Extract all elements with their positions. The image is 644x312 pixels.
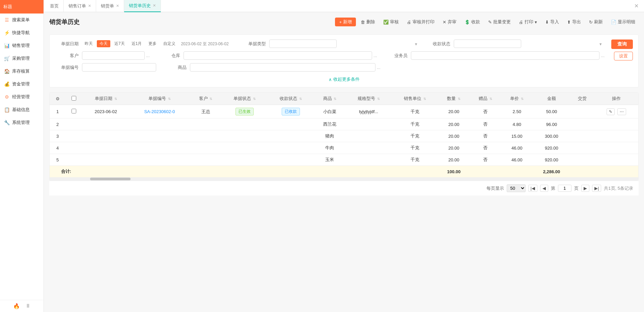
sidebar-item-quick-nav-label: 快捷导航 — [12, 30, 30, 36]
docno-input[interactable] — [82, 63, 156, 72]
tab-sales-doc-close[interactable]: ✕ — [116, 4, 119, 8]
per-page-select[interactable]: 50 100 200 — [507, 184, 526, 192]
display-icon: 📄 — [611, 20, 616, 25]
refresh-button[interactable]: ↻ 刷新 — [586, 18, 606, 26]
sort-customer-icon: ⇅ — [209, 97, 212, 101]
sidebar-pause-icon[interactable]: ⏸ — [25, 303, 31, 309]
print-button[interactable]: 🖨 打印 ▾ — [515, 18, 540, 26]
goods-input[interactable] — [190, 63, 375, 72]
cell-row-num-2: 2 — [50, 119, 65, 130]
date-pill-today[interactable]: 今天 — [97, 40, 110, 47]
cell-customer-1: 王总 — [190, 105, 221, 119]
sidebar-item-search-menu-label: 搜索菜单 — [12, 17, 30, 23]
cell-goods-2: 西兰花 — [314, 119, 345, 130]
doc-type-select[interactable] — [269, 40, 337, 48]
agent-dots[interactable]: ... — [601, 53, 605, 58]
horizontal-scrollbar[interactable] — [50, 178, 638, 180]
query-button[interactable]: 查询 — [611, 40, 633, 49]
warehouse-input[interactable] — [184, 51, 372, 60]
abandon-icon: ✕ — [443, 20, 446, 25]
collect-status-select[interactable] — [454, 40, 521, 48]
cell-sales-unit-1: 千克 — [392, 105, 438, 119]
cell-gift-2: 否 — [470, 119, 501, 130]
tab-sales-history-close[interactable]: ✕ — [153, 3, 156, 8]
tab-sales-doc[interactable]: 销货单 ✕ — [96, 0, 124, 12]
row-1-checkbox[interactable] — [72, 109, 76, 113]
col-settings[interactable]: ⚙ — [50, 93, 65, 105]
col-doc-date[interactable]: 单据日期 ⇅ — [82, 93, 129, 105]
col-unit-price[interactable]: 单价 ⇅ — [501, 93, 533, 105]
agent-input[interactable] — [411, 51, 599, 60]
sidebar-fire-icon[interactable]: 🔥 — [13, 303, 20, 309]
tab-sales-history[interactable]: 销货单历史 ✕ — [124, 0, 161, 12]
sidebar-item-basic-info[interactable]: 📋 基础信息 — [0, 103, 44, 116]
warehouse-dots[interactable]: ... — [373, 53, 377, 58]
prev-page-btn[interactable]: ◀ — [540, 185, 548, 192]
cell-sales-unit-4: 千克 — [392, 142, 438, 154]
col-goods[interactable]: 商品 ⇅ — [314, 93, 345, 105]
collect-icon: 💲 — [465, 20, 470, 25]
sidebar-item-inventory[interactable]: 🏠 库存核算 — [0, 65, 44, 78]
cell-collect-status-2 — [268, 119, 314, 130]
first-page-btn[interactable]: |◀ — [528, 185, 537, 192]
scrollbar-thumb[interactable] — [90, 178, 131, 180]
sidebar-item-system-mgmt[interactable]: 🔧 系统管理 — [0, 116, 44, 129]
tab-sales-order-close[interactable]: ✕ — [88, 4, 91, 8]
tab-home[interactable]: 首页 — [45, 0, 64, 12]
col-customer[interactable]: 客户 ⇅ — [190, 93, 221, 105]
agent-label: 业务员 — [384, 53, 411, 59]
last-page-btn[interactable]: ▶| — [592, 185, 601, 192]
sidebar-item-sales-mgmt-label: 销售管理 — [12, 43, 30, 49]
customer-dots[interactable]: ... — [146, 53, 150, 58]
cell-quantity-5: 20.00 — [438, 154, 470, 166]
sidebar-item-quick-nav[interactable]: ⚡ 快捷导航 — [0, 26, 44, 39]
date-pill-yesterday[interactable]: 昨天 — [82, 40, 95, 47]
tab-bar: 首页 销售订单 ✕ 销货单 ✕ 销货单历史 ✕ ✕ — [44, 0, 644, 12]
audit-button[interactable]: ✅ 审核 — [380, 18, 402, 26]
col-spec-type[interactable]: 规格型号 ⇅ — [345, 93, 392, 105]
sidebar-item-operation-mgmt[interactable]: ⚙ 经营管理 — [0, 90, 44, 103]
display-detail-button[interactable]: 📄 显示明细 — [608, 18, 639, 26]
tab-sales-order[interactable]: 销售订单 ✕ — [64, 0, 96, 12]
select-all-checkbox[interactable] — [72, 96, 76, 101]
page-input[interactable] — [558, 185, 571, 192]
tab-close-all[interactable]: ✕ — [630, 3, 643, 9]
abandon-button[interactable]: ✕ 弃审 — [439, 18, 460, 26]
collapse-button[interactable]: ∧ 收起更多条件 — [55, 76, 633, 82]
summary-row: 合计: 100.00 2,286.00 — [50, 166, 638, 178]
collect-button[interactable]: 💲 收款 — [461, 18, 483, 26]
cell-doc-status-3 — [221, 130, 268, 142]
sidebar-item-purchase-mgmt[interactable]: 🛒 采购管理 — [0, 52, 44, 65]
delete-button[interactable]: 🗑 删除 — [357, 18, 379, 26]
cell-doc-no-1[interactable]: SA-20230602-0 — [129, 105, 190, 119]
customer-input[interactable] — [82, 51, 145, 60]
col-quantity[interactable]: 数量 ⇅ — [438, 93, 470, 105]
print-icon: 🖨 — [519, 20, 523, 25]
row-1-edit-btn[interactable]: ✎ — [607, 108, 615, 115]
sidebar-item-sales-mgmt[interactable]: 📊 销售管理 — [0, 39, 44, 52]
query-area: 查询 设置 — [611, 40, 633, 60]
col-doc-status[interactable]: 单据状态 ⇅ — [221, 93, 268, 105]
cell-row-num-4: 4 — [50, 142, 65, 154]
col-sales-unit[interactable]: 销售单位 ⇅ — [392, 93, 438, 105]
import-button[interactable]: ⬇ 导入 — [542, 18, 562, 26]
col-collect-status[interactable]: 收款状态 ⇅ — [268, 93, 314, 105]
sidebar-item-finance-mgmt[interactable]: 💰 资金管理 — [0, 78, 44, 90]
cell-gift-4: 否 — [470, 142, 501, 154]
date-pill-7days[interactable]: 近7天 — [112, 40, 128, 47]
export-button[interactable]: ⬆ 导出 — [564, 18, 584, 26]
setting-button[interactable]: 设置 — [614, 52, 633, 60]
goods-dots[interactable]: ... — [377, 65, 381, 70]
cell-checkbox-4 — [65, 142, 82, 154]
col-doc-no[interactable]: 单据编号 ⇅ — [129, 93, 190, 105]
col-gift[interactable]: 赠品 ⇅ — [470, 93, 501, 105]
date-pill-more[interactable]: 更多 — [146, 40, 159, 47]
new-button[interactable]: + 新增 — [335, 18, 356, 26]
next-page-btn[interactable]: ▶ — [581, 185, 589, 192]
date-pill-1month[interactable]: 近1月 — [129, 40, 145, 47]
date-pill-custom[interactable]: 自定义 — [161, 40, 178, 47]
audit-print-button[interactable]: 🖨 审核并打印 — [403, 18, 438, 26]
row-1-more-btn[interactable]: ⋯ — [617, 108, 626, 115]
batch-change-button[interactable]: ✎ 批量变更 — [485, 18, 514, 26]
sidebar-item-search-menu[interactable]: ☰ 搜索菜单 — [0, 14, 44, 26]
